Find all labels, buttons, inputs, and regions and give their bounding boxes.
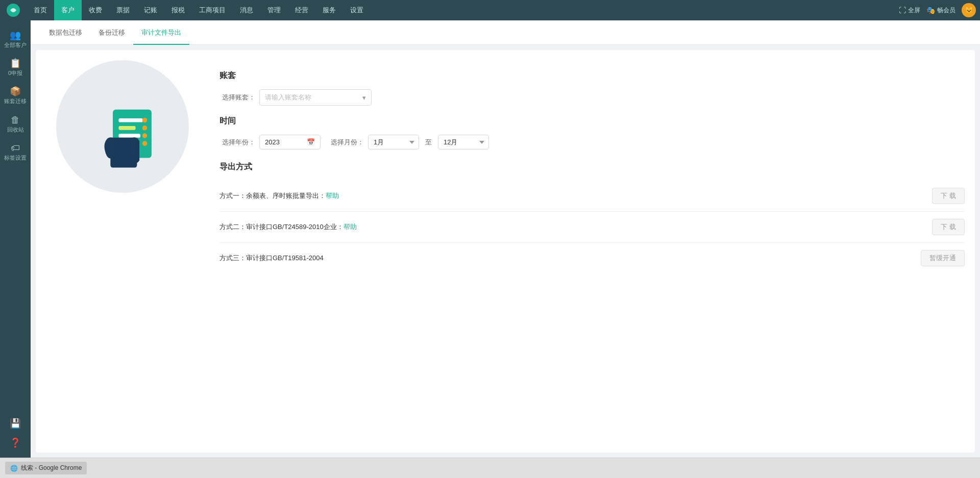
- svg-point-9: [142, 141, 147, 145]
- sidebar-icon-account-migrate: 📦: [10, 87, 21, 96]
- nav-item-service[interactable]: 服务: [315, 0, 343, 20]
- method-btn-method1[interactable]: 下 载: [932, 188, 965, 204]
- method-btn-method2[interactable]: 下 载: [932, 219, 965, 235]
- month-start-select[interactable]: 1月2月3月4月 5月6月7月8月 9月10月11月12月: [368, 135, 419, 149]
- method-text-method2: 方式二：审计接口GB/T24589-2010企业：帮助: [219, 222, 357, 232]
- sidebar-bottom-icon-help: ❓: [10, 438, 21, 447]
- sidebar-item-all-customers[interactable]: 👥全部客户: [0, 26, 31, 54]
- export-section: 导出方式 方式一：余额表、序时账批量导出：帮助下 载方式二：审计接口GB/T24…: [219, 162, 965, 273]
- month-end-select[interactable]: 1月2月3月4月 5月6月7月8月 9月10月11月12月: [438, 135, 489, 149]
- svg-point-7: [142, 125, 147, 130]
- nav-item-customer[interactable]: 客户: [54, 0, 82, 20]
- sidebar-bottom-icon-download: 💾: [10, 419, 21, 428]
- tab-backup-migrate[interactable]: 备份迁移: [90, 21, 133, 45]
- account-select-label: 选择账套：: [219, 93, 255, 102]
- nav-item-bookkeeping[interactable]: 记账: [137, 0, 164, 20]
- method-link-method2[interactable]: 帮助: [344, 223, 357, 231]
- nav-item-settings[interactable]: 设置: [343, 0, 371, 20]
- nav-item-message[interactable]: 消息: [233, 0, 260, 20]
- time-select-row: 选择年份： 2023 📅 选择月份： 1月2月3月4月 5月6月7月8月 9月1…: [219, 135, 965, 149]
- account-select-arrow: ▾: [362, 94, 366, 102]
- nav-item-home[interactable]: 首页: [27, 0, 54, 20]
- year-label: 选择年份：: [219, 138, 255, 147]
- account-section-title: 账套: [219, 70, 965, 81]
- method-btn-method3[interactable]: 暂缓开通: [921, 250, 965, 266]
- sidebar-label-zero-filing: 0申报: [8, 70, 22, 77]
- sidebar-label-tag-settings: 标签设置: [4, 155, 27, 161]
- app-logo: [4, 1, 22, 19]
- calendar-icon: 📅: [307, 138, 315, 146]
- sidebar-item-tag-settings[interactable]: 🏷标签设置: [0, 138, 31, 166]
- illustration-area: [46, 60, 199, 193]
- tab-data-migrate[interactable]: 数据包迁移: [41, 21, 90, 45]
- sidebar: 👥全部客户📋0申报📦账套迁移🗑回收站🏷标签设置💾❓: [0, 20, 31, 458]
- sidebar-label-recycle: 回收站: [7, 127, 24, 133]
- sidebar-label-all-customers: 全部客户: [4, 42, 27, 48]
- sidebar-bottom-help[interactable]: ❓: [0, 433, 31, 452]
- member-button[interactable]: 🎭 畅会员: [926, 6, 955, 15]
- method-text-method1: 方式一：余额表、序时账批量导出：帮助: [219, 191, 339, 200]
- avatar[interactable]: 🐱: [962, 3, 976, 17]
- nav-item-tax[interactable]: 报税: [164, 0, 192, 20]
- chrome-icon: 🌐: [10, 465, 18, 472]
- account-select-placeholder: 请输入账套名称: [265, 93, 311, 102]
- account-select[interactable]: 请输入账套名称 ▾: [259, 89, 372, 106]
- month-label: 选择月份：: [331, 138, 364, 147]
- year-input[interactable]: 2023 📅: [259, 135, 321, 149]
- nav-menu: 首页客户收费票据记账报税工商项目消息管理经营服务设置: [27, 0, 899, 20]
- top-navigation: 首页客户收费票据记账报税工商项目消息管理经营服务设置 ⛶ 全屏 🎭 畅会员 🐱: [0, 0, 980, 20]
- svg-rect-4: [118, 134, 140, 138]
- export-method-method3: 方式三：审计接口GB/T19581-2004暂缓开通: [219, 243, 965, 273]
- nav-item-billing[interactable]: 收费: [82, 0, 109, 20]
- method-link-method1[interactable]: 帮助: [326, 192, 339, 199]
- fullscreen-button[interactable]: ⛶ 全屏: [899, 6, 920, 15]
- svg-point-6: [142, 118, 147, 122]
- nav-item-business[interactable]: 工商项目: [192, 0, 233, 20]
- taskbar-item-chrome[interactable]: 🌐 线索 - Google Chrome: [5, 462, 87, 474]
- svg-rect-2: [118, 118, 142, 122]
- taskbar: 🌐 线索 - Google Chrome: [0, 458, 980, 478]
- export-method-method2: 方式二：审计接口GB/T24589-2010企业：帮助下 载: [219, 212, 965, 243]
- year-value: 2023: [265, 138, 280, 146]
- two-col-layout: 账套 选择账套： 请输入账套名称 ▾ 时间 选择年份： 2023: [46, 60, 965, 273]
- sidebar-item-zero-filing[interactable]: 📋0申报: [0, 54, 31, 82]
- svg-rect-10: [110, 156, 137, 168]
- illustration-circle: [56, 60, 189, 193]
- sidebar-item-recycle[interactable]: 🗑回收站: [0, 110, 31, 138]
- sidebar-item-account-migrate[interactable]: 📦账套迁移: [0, 82, 31, 110]
- export-method-method1: 方式一：余额表、序时账批量导出：帮助下 载: [219, 181, 965, 212]
- illustration-svg: [82, 81, 163, 172]
- svg-point-8: [142, 133, 147, 138]
- svg-rect-3: [118, 126, 135, 130]
- sidebar-bottom-download[interactable]: 💾: [0, 414, 31, 433]
- sidebar-label-account-migrate: 账套迁移: [4, 98, 27, 105]
- nav-item-manage[interactable]: 管理: [260, 0, 288, 20]
- time-section-title: 时间: [219, 116, 965, 127]
- export-section-title: 导出方式: [219, 162, 965, 172]
- nav-right: ⛶ 全屏 🎭 畅会员 🐱: [899, 3, 976, 17]
- export-methods: 方式一：余额表、序时账批量导出：帮助下 载方式二：审计接口GB/T24589-2…: [219, 181, 965, 273]
- page-content: 账套 选择账套： 请输入账套名称 ▾ 时间 选择年份： 2023: [36, 50, 975, 452]
- method-text-method3: 方式三：审计接口GB/T19581-2004: [219, 254, 324, 263]
- form-area: 账套 选择账套： 请输入账套名称 ▾ 时间 选择年份： 2023: [219, 60, 965, 273]
- sidebar-icon-all-customers: 👥: [10, 31, 21, 40]
- nav-item-operation[interactable]: 经营: [288, 0, 315, 20]
- sidebar-icon-recycle: 🗑: [11, 115, 20, 124]
- content-area: 数据包迁移备份迁移审计文件导出: [31, 20, 980, 458]
- to-label: 至: [423, 138, 434, 147]
- tab-audit-export[interactable]: 审计文件导出: [133, 21, 189, 45]
- main-layout: 👥全部客户📋0申报📦账套迁移🗑回收站🏷标签设置💾❓ 数据包迁移备份迁移审计文件导…: [0, 20, 980, 458]
- nav-item-invoice[interactable]: 票据: [109, 0, 137, 20]
- taskbar-item-label: 线索 - Google Chrome: [21, 464, 82, 472]
- tab-bar: 数据包迁移备份迁移审计文件导出: [31, 20, 980, 45]
- sidebar-icon-zero-filing: 📋: [10, 59, 21, 68]
- account-select-row: 选择账套： 请输入账套名称 ▾: [219, 89, 965, 106]
- sidebar-icon-tag-settings: 🏷: [11, 143, 20, 153]
